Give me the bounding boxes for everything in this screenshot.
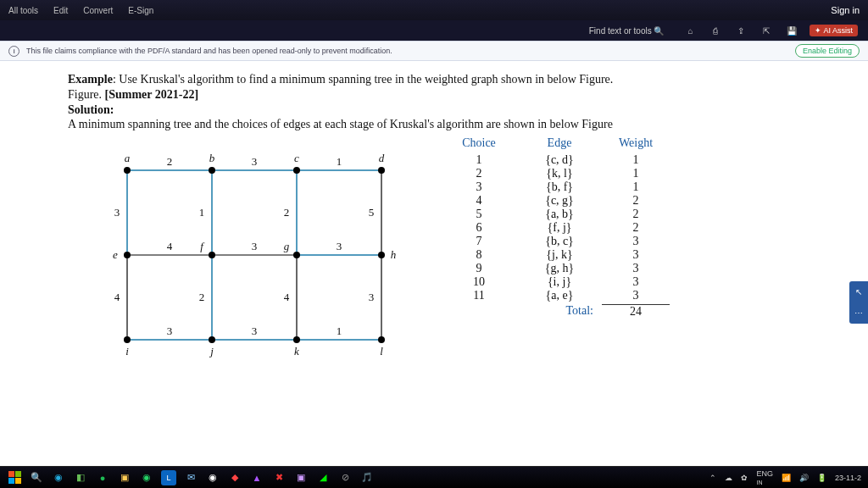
more-icon[interactable]: ⋯ (854, 308, 863, 318)
document-page: Example: Use Kruskal's algorithm to find… (0, 61, 868, 466)
graph-node-label: c (294, 152, 299, 165)
graph-node-label: d (379, 152, 385, 165)
graph-node (124, 167, 131, 174)
graph-node (209, 167, 215, 174)
table-row: 11{a, e}3 (441, 289, 670, 302)
tray-chevron-icon[interactable]: ⌃ (709, 474, 716, 482)
graph-node-label: k (294, 345, 299, 358)
find-label[interactable]: Find text or tools 🔍 (589, 26, 665, 36)
edge-weight-label: 3 (369, 291, 375, 304)
app3-icon[interactable]: ✖ (271, 470, 287, 485)
app-toolbar: Find text or tools 🔍 ⌂ ⎙ ⇪ ⇱ 💾 ✦ AI Assi… (0, 20, 868, 41)
graph-node (378, 167, 385, 174)
lang-indicator[interactable]: ENGIN (756, 469, 773, 486)
app-menubar: All tools Edit Convert E-Sign Sign in (0, 0, 868, 20)
vs-icon[interactable]: ▣ (293, 470, 309, 485)
edge-weight-label: 2 (284, 206, 290, 219)
folder-icon[interactable]: ▣ (117, 470, 132, 485)
edge-weight-label: 1 (199, 206, 205, 219)
tray-cloud-icon[interactable]: ☁ (725, 474, 732, 482)
graph-svg (93, 136, 415, 374)
graph-node (209, 336, 215, 343)
pdfa-notice-bar: i This file claims compliance with the P… (0, 41, 868, 61)
graph-node (378, 252, 385, 258)
xbox-icon[interactable]: ◢ (315, 470, 331, 485)
solution-label: Solution: (68, 103, 817, 117)
save-icon[interactable]: 💾 (784, 23, 799, 38)
edge-weight-label: 3 (337, 240, 342, 253)
graph-node-label: a (125, 152, 131, 165)
enable-editing-button[interactable]: Enable Editing (795, 44, 860, 58)
graph-node-label: j (210, 345, 214, 358)
graph-node-label: e (113, 248, 118, 262)
edge-weight-label: 3 (167, 324, 173, 338)
example-ref: Figure. [Summer 2021-22] (68, 88, 817, 102)
table-row: 5{a, b}2 (441, 208, 670, 221)
menu-edit[interactable]: Edit (53, 6, 68, 15)
edge-weight-label: 3 (252, 155, 258, 169)
chrome-icon[interactable]: ◉ (205, 470, 220, 485)
link-icon[interactable]: ⇱ (759, 23, 774, 38)
spotify-icon[interactable]: ● (95, 470, 110, 485)
side-tool-panel[interactable]: ↖ ⋯ (849, 281, 868, 324)
menu-alltools[interactable]: All tools (8, 6, 38, 15)
table-row: 2{k, l}1 (441, 167, 670, 180)
edge-weight-label: 3 (252, 240, 258, 253)
graph-node (124, 336, 131, 343)
graph-node (209, 252, 215, 258)
start-button[interactable] (7, 470, 22, 485)
edge-icon[interactable]: ◉ (51, 470, 66, 485)
info-icon: i (8, 46, 19, 57)
ai-assist-button[interactable]: ✦ AI Assist (810, 25, 858, 36)
graph-node (124, 252, 131, 258)
share-icon[interactable]: ⇪ (733, 23, 748, 38)
teams-icon[interactable]: ◧ (73, 470, 88, 485)
app2-icon[interactable]: ▲ (249, 470, 264, 485)
graph-figure: 23131254334243331abcdefghijkl (93, 136, 415, 374)
table-row: 10{i, j}3 (441, 275, 670, 289)
signin-link[interactable]: Sign in (831, 5, 860, 15)
print-icon[interactable]: ⎙ (708, 23, 723, 38)
app-icon[interactable]: ◆ (227, 470, 242, 485)
volume-icon[interactable]: 🔊 (799, 474, 809, 482)
edge-weight-label: 4 (114, 291, 120, 304)
table-total: Total: 24 (441, 304, 670, 319)
table-row: 6{f, j}2 (441, 221, 670, 235)
graph-node (293, 336, 300, 343)
table-row: 3{b, f}1 (441, 180, 670, 194)
graph-node-label: b (209, 152, 215, 165)
clock-date[interactable]: 23-11-2 (835, 474, 861, 482)
battery-icon[interactable]: 🔋 (817, 474, 826, 482)
table-row: 7{b, c}3 (441, 235, 670, 248)
edge-weight-label: 5 (369, 206, 375, 219)
table-row: 1{c, d}1 (441, 153, 670, 167)
mail-icon[interactable]: ✉ (183, 470, 198, 485)
edge-weight-label: 1 (337, 155, 342, 169)
menu-esign[interactable]: E-Sign (128, 6, 153, 15)
graph-node-label: g (284, 240, 290, 253)
wifi-icon[interactable]: 📶 (782, 474, 791, 482)
graph-node-label: l (380, 345, 383, 358)
edge-weight-label: 2 (199, 291, 205, 304)
whatsapp-icon[interactable]: ◉ (139, 470, 154, 485)
menu-convert[interactable]: Convert (83, 6, 113, 15)
edge-weight-label: 4 (284, 291, 290, 304)
home-icon[interactable]: ⌂ (682, 23, 698, 38)
table-row: 4{c, g}2 (441, 194, 670, 208)
cursor-icon[interactable]: ↖ (855, 287, 862, 297)
linkedin-icon[interactable]: L (161, 470, 176, 485)
tray-app-icon[interactable]: ✿ (741, 474, 748, 482)
edge-weight-label: 3 (114, 206, 120, 219)
graph-node-label: h (391, 248, 397, 262)
edge-weight-label: 3 (252, 324, 258, 338)
table-row: 9{g, h}3 (441, 262, 670, 275)
graph-node (293, 252, 300, 258)
block-icon[interactable]: ⊘ (337, 470, 353, 485)
music-icon[interactable]: 🎵 (359, 470, 375, 485)
graph-node (378, 336, 385, 343)
solution-text: A minimum spanning tree and the choices … (68, 118, 817, 131)
search-taskbar-icon[interactable]: 🔍 (29, 470, 44, 485)
edge-table: Choice Edge Weight 1{c, d}12{k, l}13{b, … (441, 136, 670, 374)
edge-weight-label: 4 (167, 240, 173, 253)
graph-node-label: i (125, 345, 129, 358)
